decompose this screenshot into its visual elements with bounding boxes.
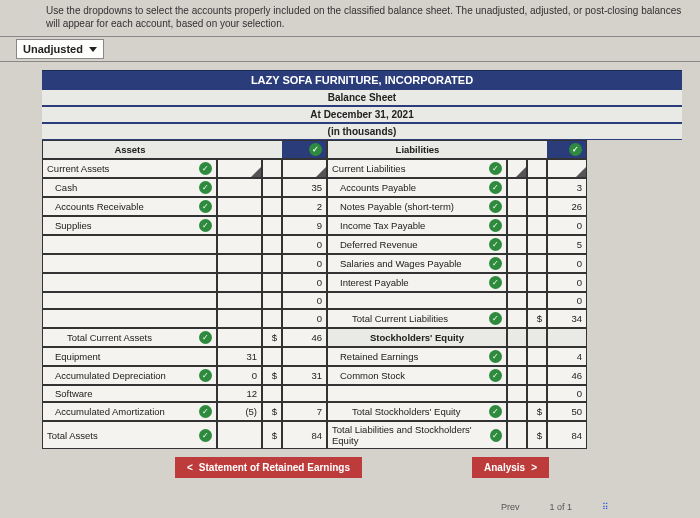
accdep-value[interactable]: 0 [217, 366, 262, 385]
cash-value[interactable]: 35 [282, 178, 327, 197]
cs-value[interactable]: 46 [547, 366, 587, 385]
check-icon: ✓ [199, 369, 212, 382]
footer-nav: < Statement of Retained Earnings Analysi… [42, 457, 682, 478]
np-value[interactable]: 26 [547, 197, 587, 216]
chevron-left-icon: < [187, 462, 193, 473]
check-icon: ✓ [489, 162, 502, 175]
next-analysis-button[interactable]: Analysis > [472, 457, 549, 478]
check-icon: ✓ [199, 429, 212, 442]
sheet-date: At December 31, 2021 [42, 106, 682, 123]
total-se-value: 50 [547, 402, 587, 421]
dr-value[interactable]: 5 [547, 235, 587, 254]
total-assets-value: 84 [282, 421, 327, 449]
check-icon: ✓ [199, 331, 212, 344]
balance-sheet: LAZY SOFA FURNITURE, INCORPORATED Balanc… [0, 62, 700, 478]
software-value[interactable]: 12 [217, 385, 262, 402]
check-icon: ✓ [489, 276, 502, 289]
row-total-lse: Total Liabilities and Stockholders' Equi… [327, 421, 507, 449]
check-icon: ✓ [489, 312, 502, 325]
check-icon: ✓ [489, 181, 502, 194]
accamort-total: 7 [282, 402, 327, 421]
prev-statement-button[interactable]: < Statement of Retained Earnings [175, 457, 362, 478]
company-name: LAZY SOFA FURNITURE, INCORPORATED [42, 70, 682, 89]
row-supplies[interactable]: Supplies✓ [42, 216, 217, 235]
tab-label: Unadjusted [23, 43, 83, 55]
ip-value[interactable]: 0 [547, 273, 587, 292]
prev-label[interactable]: Prev [501, 502, 520, 512]
check-icon: ✓ [489, 219, 502, 232]
dropdown-corner-icon [516, 167, 526, 177]
itp-value[interactable]: 0 [547, 216, 587, 235]
total-cl-value: 34 [547, 309, 587, 328]
dropdown-corner-icon [316, 167, 326, 177]
total-ca-value: 46 [282, 328, 327, 347]
sheet-units: (in thousands) [42, 123, 682, 140]
check-icon: ✓ [489, 238, 502, 251]
check-icon: ✓ [199, 219, 212, 232]
row-dr[interactable]: Deferred Revenue✓ [327, 235, 507, 254]
check-icon: ✓ [489, 405, 502, 418]
row-cs[interactable]: Common Stock✓ [327, 366, 507, 385]
ap-value[interactable]: 3 [547, 178, 587, 197]
row-current-assets[interactable]: Current Assets✓ [42, 159, 217, 178]
liabilities-header: Liabilities [327, 140, 507, 159]
balance-grid: Assets ✓ Liabilities ✓ Current Assets✓ C… [42, 140, 682, 449]
row-total-ca: Total Current Assets✓ [42, 328, 217, 347]
row-ap[interactable]: Accounts Payable✓ [327, 178, 507, 197]
check-icon: ✓ [199, 181, 212, 194]
dropdown-corner-icon [251, 167, 261, 177]
check-icon: ✓ [569, 143, 582, 156]
assets-header: Assets [42, 140, 217, 159]
tab-row: Unadjusted [0, 36, 700, 62]
row-total-cl: Total Current Liabilities✓ [327, 309, 507, 328]
row-accamort[interactable]: Accumulated Amortization✓ [42, 402, 217, 421]
row-blank[interactable] [42, 235, 217, 254]
dropdown-corner-icon [576, 167, 586, 177]
check-icon: ✓ [199, 405, 212, 418]
row-re[interactable]: Retained Earnings✓ [327, 347, 507, 366]
equipment-value[interactable]: 31 [217, 347, 262, 366]
balance-type-tab[interactable]: Unadjusted [16, 39, 104, 59]
check-icon: ✓ [199, 162, 212, 175]
accdep-total: 31 [282, 366, 327, 385]
row-current-liabilities[interactable]: Current Liabilities✓ [327, 159, 507, 178]
supplies-value[interactable]: 9 [282, 216, 327, 235]
check-icon: ✓ [489, 200, 502, 213]
caret-down-icon [89, 47, 97, 52]
ar-value[interactable]: 2 [282, 197, 327, 216]
grid-icon[interactable]: ⠿ [602, 502, 610, 512]
check-icon: ✓ [489, 257, 502, 270]
row-cash[interactable]: Cash✓ [42, 178, 217, 197]
check-icon: ✓ [199, 200, 212, 213]
row-total-se: Total Stockholders' Equity✓ [327, 402, 507, 421]
sheet-title: Balance Sheet [42, 89, 682, 106]
row-ip[interactable]: Interest Payable✓ [327, 273, 507, 292]
equity-header: Stockholders' Equity [327, 328, 507, 347]
bottom-strip: Prev 1 of 1 ⠿ [501, 502, 610, 512]
row-itp[interactable]: Income Tax Payable✓ [327, 216, 507, 235]
row-accdep[interactable]: Accumulated Depreciation✓ [42, 366, 217, 385]
check-icon: ✓ [489, 369, 502, 382]
row-np[interactable]: Notes Payable (short-term)✓ [327, 197, 507, 216]
instructions-text: Use the dropdowns to select the accounts… [0, 0, 700, 36]
swp-value[interactable]: 0 [547, 254, 587, 273]
row-ar[interactable]: Accounts Receivable✓ [42, 197, 217, 216]
row-total-assets: Total Assets✓ [42, 421, 217, 449]
accamort-value[interactable]: (5) [217, 402, 262, 421]
row-software[interactable]: Software [42, 385, 217, 402]
check-icon: ✓ [309, 143, 322, 156]
chevron-right-icon: > [531, 462, 537, 473]
check-icon: ✓ [489, 350, 502, 363]
check-icon: ✓ [490, 429, 502, 442]
row-swp[interactable]: Salaries and Wages Payable✓ [327, 254, 507, 273]
page-indicator: 1 of 1 [549, 502, 572, 512]
re-value[interactable]: 4 [547, 347, 587, 366]
row-equipment[interactable]: Equipment [42, 347, 217, 366]
total-lse-value: 84 [547, 421, 587, 449]
